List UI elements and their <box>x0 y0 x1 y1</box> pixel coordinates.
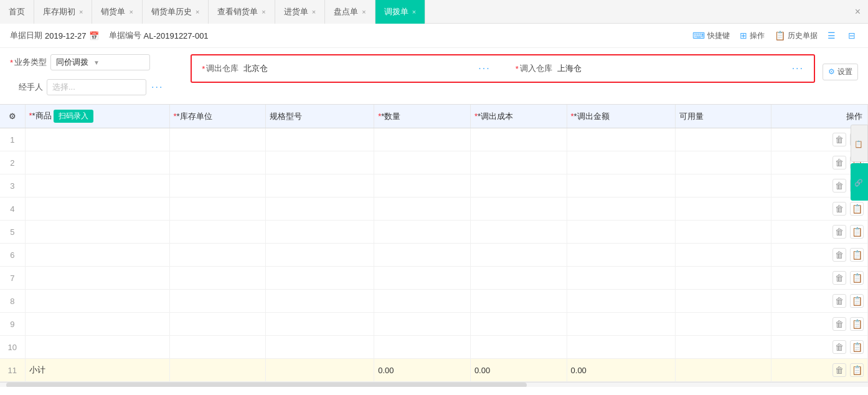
row-delete-icon[interactable]: 🗑 <box>833 202 846 216</box>
tab-home[interactable]: 首页 <box>0 0 34 24</box>
row-amount[interactable] <box>567 174 675 198</box>
row-amount[interactable] <box>567 290 675 313</box>
tab-purchase-order[interactable]: 进货单 × <box>275 0 325 24</box>
row-qty[interactable] <box>374 221 471 244</box>
business-type-select[interactable]: 同价调拨 ▼ <box>50 54 150 70</box>
row-spec[interactable] <box>266 151 374 174</box>
row-delete-icon[interactable]: 🗑 <box>833 363 846 377</box>
row-cost[interactable] <box>470 174 567 198</box>
row-delete-icon[interactable]: 🗑 <box>833 294 846 308</box>
shortcut-button[interactable]: ⌨ 快捷键 <box>692 31 730 41</box>
row-unit[interactable] <box>169 221 266 244</box>
row-product[interactable] <box>25 290 169 313</box>
row-delete-icon[interactable]: 🗑 <box>833 248 846 262</box>
row-amount[interactable] <box>567 267 675 290</box>
history-button[interactable]: 📋 历史单据 <box>775 31 818 41</box>
horizontal-scrollbar[interactable] <box>0 382 868 387</box>
row-amount[interactable] <box>567 221 675 244</box>
row-qty[interactable] <box>374 336 471 359</box>
row-qty[interactable] <box>374 174 471 198</box>
row-qty[interactable] <box>374 267 471 290</box>
row-cost[interactable] <box>470 198 567 221</box>
row-delete-icon[interactable]: 🗑 <box>833 317 846 331</box>
row-qty[interactable] <box>374 151 471 174</box>
transfer-out-value[interactable]: 北京仓 <box>243 63 473 74</box>
row-amount[interactable] <box>567 336 675 359</box>
row-product[interactable] <box>25 174 169 198</box>
layout-button-list[interactable]: ☰ <box>828 31 838 40</box>
row-qty[interactable] <box>374 244 471 267</box>
row-spec[interactable] <box>266 267 374 290</box>
row-delete-icon[interactable]: 🗑 <box>833 225 846 239</box>
transfer-out-more-btn[interactable]: ··· <box>478 63 490 74</box>
transfer-in-more-btn[interactable]: ··· <box>792 63 804 74</box>
row-copy-icon[interactable]: 📋 <box>850 317 864 331</box>
row-copy-icon[interactable]: 📋 <box>850 340 864 354</box>
row-cost[interactable] <box>470 221 567 244</box>
handler-select[interactable]: 选择... <box>47 79 146 95</box>
tab-inventory-init-close[interactable]: × <box>79 8 83 16</box>
row-spec[interactable] <box>266 244 374 267</box>
tab-sales-order[interactable]: 销货单 × <box>92 0 142 24</box>
row-qty[interactable] <box>374 198 471 221</box>
operations-button[interactable]: ⊞ 操作 <box>740 31 765 41</box>
row-spec[interactable] <box>266 198 374 221</box>
row-amount[interactable] <box>567 313 675 336</box>
row-unit[interactable] <box>169 151 266 174</box>
right-panel-notes-btn[interactable]: 📋 <box>851 125 868 162</box>
row-unit[interactable] <box>169 128 266 151</box>
tab-transfer-order[interactable]: 调拨单 × <box>375 0 425 24</box>
calendar-icon[interactable]: 📅 <box>89 31 99 40</box>
row-product[interactable] <box>25 128 169 151</box>
row-copy-icon[interactable]: 📋 <box>850 294 864 308</box>
tab-purchase-order-close[interactable]: × <box>312 8 316 16</box>
tab-view-sales-close[interactable]: × <box>262 8 265 16</box>
row-product[interactable] <box>25 313 169 336</box>
date-value[interactable]: 2019-12-27 <box>45 31 87 40</box>
row-cost[interactable] <box>470 267 567 290</box>
row-unit[interactable] <box>169 336 266 359</box>
row-product[interactable] <box>25 336 169 359</box>
tab-sales-history-close[interactable]: × <box>196 8 199 16</box>
right-panel-link-btn[interactable]: 🔗 <box>851 163 868 201</box>
row-cost[interactable] <box>470 128 567 151</box>
row-amount[interactable] <box>567 128 675 151</box>
row-copy-icon[interactable]: 📋 <box>850 248 864 262</box>
row-copy-icon[interactable]: 📋 <box>850 225 864 239</box>
row-amount[interactable] <box>567 198 675 221</box>
settings-button[interactable]: ⚙ 设置 <box>823 64 858 80</box>
row-delete-icon[interactable]: 🗑 <box>833 156 846 169</box>
col-gear[interactable]: ⚙ <box>0 105 25 128</box>
row-cost[interactable] <box>470 290 567 313</box>
row-delete-icon[interactable]: 🗑 <box>833 340 846 354</box>
row-spec[interactable] <box>266 336 374 359</box>
row-qty[interactable] <box>374 313 471 336</box>
row-product[interactable] <box>25 151 169 174</box>
tab-transfer-order-close[interactable]: × <box>412 8 416 16</box>
row-unit[interactable] <box>169 313 266 336</box>
tab-sales-order-close[interactable]: × <box>129 8 133 16</box>
row-spec[interactable] <box>266 128 374 151</box>
row-copy-icon[interactable]: 📋 <box>850 271 864 285</box>
row-product[interactable] <box>25 267 169 290</box>
row-unit[interactable] <box>169 174 266 198</box>
transfer-in-value[interactable]: 上海仓 <box>557 63 787 74</box>
row-qty[interactable] <box>374 128 471 151</box>
row-cost[interactable] <box>470 313 567 336</box>
row-spec[interactable] <box>266 221 374 244</box>
row-unit[interactable] <box>169 198 266 221</box>
row-qty[interactable] <box>374 290 471 313</box>
row-copy-icon[interactable]: 📋 <box>850 202 864 216</box>
scrollbar-thumb[interactable] <box>6 383 527 387</box>
row-delete-icon[interactable]: 🗑 <box>833 179 846 193</box>
tab-inventory-init[interactable]: 库存期初 × <box>34 0 92 24</box>
row-unit[interactable] <box>169 244 266 267</box>
row-cost[interactable] <box>470 336 567 359</box>
row-cost[interactable] <box>470 151 567 174</box>
row-amount[interactable] <box>567 151 675 174</box>
row-spec[interactable] <box>266 290 374 313</box>
row-product[interactable] <box>25 198 169 221</box>
tab-stock-take-close[interactable]: × <box>362 8 366 16</box>
row-spec[interactable] <box>266 174 374 198</box>
tab-view-sales[interactable]: 查看销货单 × <box>209 0 275 24</box>
